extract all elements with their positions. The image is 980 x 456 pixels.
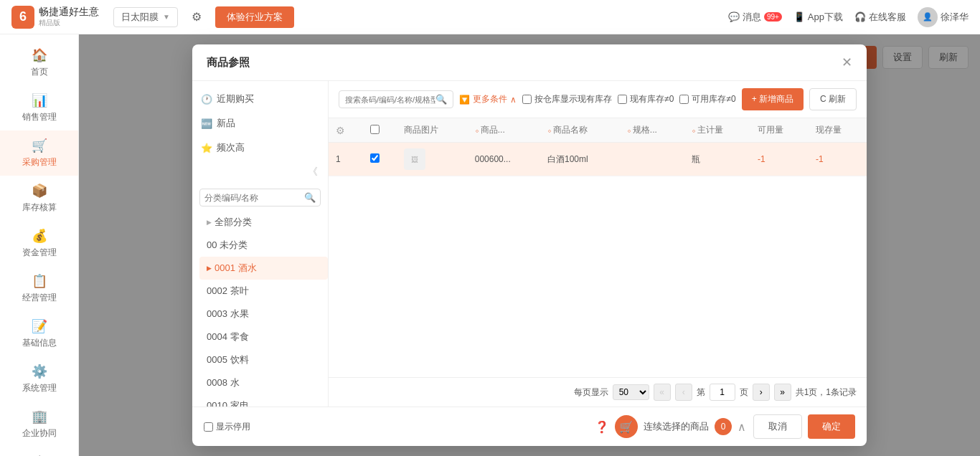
first-page-button[interactable]: « bbox=[654, 384, 671, 401]
message-icon: 💬 bbox=[728, 11, 740, 22]
sidebar-item-inventory[interactable]: 📦 库存核算 bbox=[0, 176, 78, 221]
new-icon: 🆕 bbox=[201, 118, 212, 129]
cart-area: ❓ 🛒 连续选择的商品 0 ∧ bbox=[595, 415, 746, 438]
modal-close-button[interactable]: ✕ bbox=[842, 54, 852, 70]
info-icon: 📝 bbox=[32, 318, 47, 334]
category-search-icon[interactable]: 🔍 bbox=[304, 192, 316, 203]
product-search-input[interactable] bbox=[345, 95, 435, 104]
available-checkbox-input[interactable] bbox=[679, 95, 689, 104]
table-header-row: ⚙ 商品图片 ⬦ 商品... bbox=[329, 118, 867, 143]
warehouse-checkbox-input[interactable] bbox=[522, 95, 532, 104]
sidebar-item-business[interactable]: 📋 经营管理 bbox=[0, 266, 78, 311]
clock-icon: 🕐 bbox=[201, 94, 212, 105]
category-all[interactable]: ▶ 全部分类 bbox=[199, 211, 328, 234]
new-product-nav[interactable]: 🆕 新品 bbox=[192, 111, 328, 136]
warehouse-display-checkbox[interactable]: 按仓库显示现有库存 bbox=[522, 93, 612, 105]
sidebar-item-enterprise[interactable]: 🏢 企业协同 bbox=[0, 402, 78, 447]
table-row[interactable]: 1 🖼 000600... 白酒100ml 瓶 bbox=[329, 143, 867, 176]
sort-name-icon: ⬦ bbox=[547, 126, 552, 134]
sort-icon: ⬦ bbox=[475, 126, 479, 134]
th-name[interactable]: ⬦ 商品名称 bbox=[540, 118, 620, 143]
online-service-nav-item[interactable]: 🎧 在线客服 bbox=[854, 11, 906, 24]
messages-nav-item[interactable]: 💬 消息 99+ bbox=[728, 11, 782, 24]
show-disabled-checkbox[interactable]: 显示停用 bbox=[204, 421, 250, 433]
category-0003[interactable]: 0003 水果 bbox=[199, 303, 328, 326]
add-product-button[interactable]: + 新增商品 bbox=[742, 88, 804, 110]
footer-buttons: 取消 确定 bbox=[753, 414, 855, 439]
td-image: 🖼 bbox=[397, 143, 467, 176]
question-icon[interactable]: ❓ bbox=[595, 420, 609, 434]
settings-icon[interactable]: ⚙ bbox=[185, 6, 208, 29]
product-table: ⚙ 商品图片 ⬦ 商品... bbox=[329, 118, 867, 176]
logo-area: 6 畅捷通好生意 精品版 bbox=[11, 6, 99, 29]
category-0005[interactable]: 0005 饮料 bbox=[199, 348, 328, 371]
next-page-button[interactable]: › bbox=[753, 384, 770, 401]
page-number-input[interactable] bbox=[710, 384, 735, 401]
th-code[interactable]: ⬦ 商品... bbox=[468, 118, 540, 143]
try-industry-button[interactable]: 体验行业方案 bbox=[215, 6, 294, 28]
category-0004[interactable]: 0004 零食 bbox=[199, 326, 328, 348]
th-stock: 现存量 bbox=[809, 118, 867, 143]
triangle-icon: ▶ bbox=[207, 219, 212, 226]
category-0008[interactable]: 0008 水 bbox=[199, 371, 328, 394]
app-download-nav-item[interactable]: 📱 App下载 bbox=[793, 11, 843, 24]
category-0002[interactable]: 0002 茶叶 bbox=[199, 280, 328, 303]
category-0001[interactable]: ▶ 0001 酒水 bbox=[199, 257, 328, 280]
td-checkbox[interactable] bbox=[363, 143, 397, 176]
last-page-button[interactable]: » bbox=[774, 384, 791, 401]
cancel-button[interactable]: 取消 bbox=[753, 414, 802, 439]
sidebar-item-system[interactable]: ⚙️ 系统管理 bbox=[0, 356, 78, 402]
product-thumbnail: 🖼 bbox=[404, 148, 425, 170]
cart-collapse-icon[interactable]: ∧ bbox=[738, 420, 746, 434]
category-search-box: 🔍 bbox=[199, 189, 321, 206]
finance-icon: 💰 bbox=[32, 228, 47, 244]
sidebar-item-finance[interactable]: 💰 资金管理 bbox=[0, 221, 78, 266]
sidebar-item-basic-info[interactable]: 📝 基础信息 bbox=[0, 311, 78, 356]
category-list: ▶ 全部分类 00 未分类 ▶ 0001 酒水 0002 茶 bbox=[192, 211, 328, 407]
collapse-left-button[interactable]: 《 bbox=[302, 160, 324, 184]
stock-checkbox-input[interactable] bbox=[618, 95, 627, 104]
stock-nonzero-checkbox[interactable]: 现有库存≠0 bbox=[618, 93, 674, 105]
product-search-bar: 🔍 bbox=[339, 90, 453, 108]
th-spec[interactable]: ⬦ 规格... bbox=[620, 118, 684, 143]
search-icon[interactable]: 🔍 bbox=[435, 94, 447, 105]
store-dropdown[interactable]: 日太阳膜 ▼ bbox=[113, 7, 178, 27]
td-unit: 瓶 bbox=[684, 143, 751, 176]
page-label: 第 bbox=[697, 386, 705, 399]
th-gear[interactable]: ⚙ bbox=[329, 118, 363, 143]
show-disabled-input[interactable] bbox=[204, 422, 213, 432]
select-all-checkbox[interactable] bbox=[370, 125, 380, 134]
system-icon: ⚙️ bbox=[32, 364, 47, 379]
total-label: 共1页，1条记录 bbox=[796, 386, 857, 399]
page-suffix: 页 bbox=[740, 386, 748, 399]
product-table-area: ⚙ 商品图片 ⬦ 商品... bbox=[329, 118, 867, 377]
more-filter-button[interactable]: 🔽 更多条件 ∧ bbox=[459, 93, 517, 105]
sidebar-item-purchase[interactable]: 🛒 采购管理 bbox=[0, 130, 78, 176]
sidebar-item-sales[interactable]: 📊 销售管理 bbox=[0, 85, 78, 130]
modal-overlay: 商品参照 ✕ 🕐 近期购买 🆕 新品 bbox=[79, 34, 980, 456]
category-00[interactable]: 00 未分类 bbox=[199, 234, 328, 257]
cart-icon[interactable]: 🛒 bbox=[615, 415, 638, 438]
available-nonzero-checkbox[interactable]: 可用库存≠0 bbox=[679, 93, 735, 105]
user-nav-item[interactable]: 👤 徐泽华 bbox=[918, 7, 969, 27]
category-0010[interactable]: 0010 家电 bbox=[199, 394, 328, 407]
inventory-icon: 📦 bbox=[32, 183, 47, 199]
category-search-input[interactable] bbox=[204, 193, 304, 203]
per-page-select[interactable]: 50 100 bbox=[613, 384, 649, 400]
phone-icon: 📱 bbox=[793, 11, 805, 22]
prev-page-button[interactable]: ‹ bbox=[675, 384, 692, 401]
sidebar-item-home[interactable]: 🏠 首页 bbox=[0, 40, 78, 85]
modal-toolbar: 🔍 🔽 更多条件 ∧ 按仓库显示现有库存 bbox=[329, 81, 867, 118]
th-checkbox[interactable] bbox=[363, 118, 397, 143]
confirm-button[interactable]: 确定 bbox=[808, 414, 855, 439]
frequent-nav[interactable]: ⭐ 频次高 bbox=[192, 136, 328, 160]
sidebar-item-guide[interactable]: 🎓 新手引导 bbox=[0, 447, 78, 456]
th-image: 商品图片 bbox=[397, 118, 467, 143]
recent-purchase-nav[interactable]: 🕐 近期购买 bbox=[192, 87, 328, 111]
product-reference-modal: 商品参照 ✕ 🕐 近期购买 🆕 新品 bbox=[192, 44, 867, 446]
th-unit[interactable]: ⬦ 主计量 bbox=[684, 118, 751, 143]
row-checkbox[interactable] bbox=[370, 153, 380, 163]
refresh-button[interactable]: C 刷新 bbox=[809, 88, 857, 110]
purchase-icon: 🛒 bbox=[32, 138, 47, 153]
home-icon: 🏠 bbox=[32, 47, 47, 63]
